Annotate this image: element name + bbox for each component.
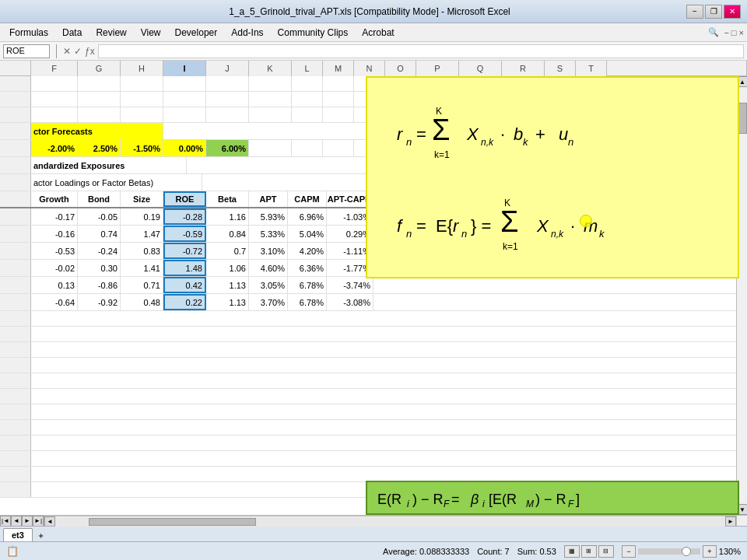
col-header-j[interactable]: J (206, 61, 249, 76)
menu-review[interactable]: Review (89, 26, 132, 40)
cell[interactable] (163, 107, 206, 122)
sheet-nav-last[interactable]: ►| (33, 516, 44, 527)
cell[interactable] (323, 92, 354, 107)
scroll-thumb[interactable] (89, 518, 256, 526)
cell[interactable] (78, 107, 121, 122)
cell[interactable] (78, 92, 121, 107)
col-header-n[interactable]: N (354, 61, 385, 76)
cell[interactable] (121, 107, 163, 122)
cell-bond[interactable]: -0.24 (78, 243, 121, 259)
cell-growth[interactable]: -0.17 (31, 208, 78, 225)
cell-apt[interactable]: 4.60% (249, 260, 288, 276)
cell-beta[interactable]: 0.7 (206, 243, 249, 259)
cell-size[interactable]: 0.48 (121, 294, 163, 310)
cell[interactable] (163, 76, 206, 91)
col-header-r[interactable]: R (502, 61, 545, 76)
formula-cancel[interactable]: ✕ (63, 46, 71, 57)
cell[interactable] (249, 92, 292, 107)
cell-size[interactable]: 1.47 (121, 226, 163, 242)
cell-roe[interactable]: -0.28 (163, 208, 206, 225)
th-roe[interactable]: ROE (163, 191, 206, 207)
cell[interactable] (249, 107, 292, 122)
cell-apt[interactable]: 5.33% (249, 226, 288, 242)
cell-apt[interactable]: 3.10% (249, 243, 288, 259)
factor-forecasts-header[interactable]: ctor Forecasts (31, 123, 163, 139)
cell-growth[interactable]: -0.53 (31, 243, 78, 259)
cell[interactable] (249, 140, 292, 156)
cell[interactable] (78, 76, 121, 91)
forecast-val-4[interactable]: 0.00% (163, 140, 206, 156)
col-header-f[interactable]: F (31, 61, 78, 76)
cell[interactable] (292, 107, 323, 122)
th-apt[interactable]: APT (249, 191, 288, 207)
cell-beta[interactable]: 1.06 (206, 260, 249, 276)
cell-growth[interactable]: -0.02 (31, 260, 78, 276)
menu-addins[interactable]: Add-Ins (225, 26, 269, 40)
cell-capm[interactable]: 6.96% (288, 208, 327, 225)
page-layout-button[interactable]: ⊞ (581, 545, 597, 558)
close-button[interactable]: ✕ (724, 5, 741, 19)
col-header-g[interactable]: G (78, 61, 121, 76)
cell[interactable] (323, 140, 354, 156)
cell-apt[interactable]: 3.05% (249, 277, 288, 293)
cell[interactable] (206, 76, 249, 91)
zoom-slider[interactable] (638, 548, 700, 555)
cell[interactable] (206, 107, 249, 122)
cell-growth[interactable]: 0.13 (31, 277, 78, 293)
cell[interactable] (31, 92, 78, 107)
forecast-val-5[interactable]: 6.00% (206, 140, 249, 156)
menu-data[interactable]: Data (56, 26, 88, 40)
cell-bond[interactable]: 0.74 (78, 226, 121, 242)
col-header-s[interactable]: S (545, 61, 576, 76)
col-header-q[interactable]: Q (459, 61, 502, 76)
cell-capm[interactable]: 6.36% (288, 260, 327, 276)
cell[interactable] (206, 92, 249, 107)
menu-developer[interactable]: Developer (169, 26, 224, 40)
cell-apt[interactable]: 3.70% (249, 294, 288, 310)
page-break-button[interactable]: ⊟ (598, 545, 614, 558)
cell[interactable] (292, 140, 323, 156)
th-growth[interactable]: Growth (31, 191, 78, 207)
cell-bond[interactable]: 0.30 (78, 260, 121, 276)
th-capm[interactable]: CAPM (288, 191, 327, 207)
menu-view[interactable]: View (135, 26, 167, 40)
zoom-in-button[interactable]: + (703, 545, 717, 558)
cell-size[interactable]: 0.19 (121, 208, 163, 225)
formula-input[interactable] (98, 44, 744, 58)
insert-sheet-button[interactable]: ✦ (34, 531, 47, 541)
view-controls[interactable]: ▦ ⊞ ⊟ (564, 545, 614, 558)
cell[interactable] (292, 76, 323, 91)
col-header-o[interactable]: O (385, 61, 416, 76)
cell-roe[interactable]: 0.22 (163, 294, 206, 310)
col-header-l[interactable]: L (292, 61, 323, 76)
cell-growth[interactable]: -0.16 (31, 226, 78, 242)
col-header-p[interactable]: P (416, 61, 459, 76)
sheet-nav-next[interactable]: ► (22, 516, 33, 527)
restore-button[interactable]: ❐ (705, 5, 722, 19)
cell[interactable] (31, 107, 78, 122)
th-size[interactable]: Size (121, 191, 163, 207)
cell-beta[interactable]: 1.13 (206, 277, 249, 293)
cell[interactable] (31, 76, 78, 91)
loadings-header[interactable]: actor Loadings or Factor Betas) (31, 174, 202, 191)
cell-size[interactable]: 0.83 (121, 243, 163, 259)
cell-bond[interactable]: -0.05 (78, 208, 121, 225)
sheet-tab-3[interactable]: et3 (3, 528, 33, 541)
cell-capm[interactable]: 6.78% (288, 294, 327, 310)
th-beta[interactable]: Beta (206, 191, 249, 207)
menu-formulas[interactable]: Formulas (3, 26, 54, 40)
forecast-val-2[interactable]: 2.50% (78, 140, 121, 156)
cell[interactable] (163, 92, 206, 107)
cell-aptcapm[interactable]: -3.74% (327, 277, 374, 293)
cell-size[interactable]: 1.41 (121, 260, 163, 276)
cell-size[interactable]: 0.71 (121, 277, 163, 293)
cell-capm[interactable]: 6.78% (288, 277, 327, 293)
menu-acrobat[interactable]: Acrobat (356, 26, 400, 40)
cell-beta[interactable]: 1.13 (206, 294, 249, 310)
cell-bond[interactable]: -0.86 (78, 277, 121, 293)
forecast-val-1[interactable]: -2.00% (31, 140, 78, 156)
formula-confirm[interactable]: ✓ (74, 46, 82, 57)
cell-bond[interactable]: -0.92 (78, 294, 121, 310)
cell-aptcapm[interactable]: -3.08% (327, 294, 374, 310)
sheet-nav-first[interactable]: |◄ (0, 516, 11, 527)
